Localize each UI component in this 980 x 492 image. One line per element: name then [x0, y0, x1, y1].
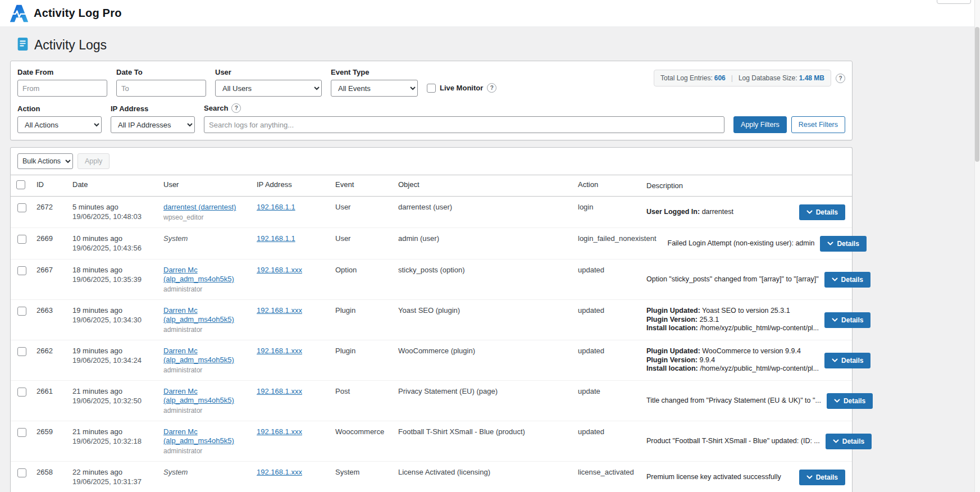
row-event: User	[330, 197, 393, 227]
apply-filters-button[interactable]: Apply Filters	[733, 116, 787, 133]
row-user: darrentest (darrentest) wpseo_editor	[158, 197, 251, 227]
row-action: login	[572, 197, 641, 227]
table-row: 2672 5 minutes ago 19/06/2025, 10:48:03 …	[11, 197, 852, 228]
row-ip-link[interactable]: 192.168.1.xxx	[257, 347, 302, 355]
row-description: Plugin Updated: Yoast SEO to version 25.…	[646, 307, 819, 333]
column-header-user: User	[158, 175, 251, 196]
row-user-link[interactable]: Darren Mc (alp_adm_ms4oh5k5)	[163, 427, 234, 445]
select-all-checkbox[interactable]	[16, 180, 25, 189]
details-button[interactable]: Details	[799, 470, 845, 485]
live-monitor: Live Monitor ?	[427, 83, 496, 93]
search-label: Search	[204, 104, 228, 112]
chevron-down-icon	[833, 439, 839, 443]
details-button[interactable]: Details	[799, 204, 845, 220]
row-checkbox[interactable]	[17, 347, 26, 356]
row-ip-link[interactable]: 192.168.1.xxx	[257, 468, 302, 476]
date-to-input[interactable]	[116, 80, 206, 97]
row-date-relative: 21 minutes ago	[72, 387, 152, 396]
row-user-role: administrator	[163, 326, 245, 334]
details-button[interactable]: Details	[827, 393, 873, 409]
row-ip-link[interactable]: 192.168.1.xxx	[257, 306, 302, 315]
row-date: 21 minutes ago 19/06/2025, 10:32:50	[67, 381, 158, 421]
row-action: updated	[572, 259, 641, 299]
row-event: Plugin	[330, 340, 393, 380]
row-date: 18 minutes ago 19/06/2025, 10:35:39	[67, 259, 158, 299]
details-button[interactable]: Details	[820, 236, 866, 252]
row-date: 19 minutes ago 19/06/2025, 10:34:30	[67, 300, 158, 340]
total-entries-stat: Total Log Entries:606	[660, 74, 726, 82]
search-help-icon[interactable]: ?	[231, 103, 241, 113]
live-monitor-checkbox[interactable]	[427, 84, 436, 93]
row-id: 2663	[31, 300, 67, 340]
row-checkbox[interactable]	[17, 307, 26, 316]
date-from-input[interactable]	[17, 80, 107, 97]
action-select[interactable]: All Actions	[17, 116, 102, 133]
stats-separator: |	[731, 74, 733, 82]
user-select[interactable]: All Users	[215, 80, 322, 97]
row-date-relative: 19 minutes ago	[72, 306, 152, 315]
page-heading: Activity Logs	[0, 27, 980, 61]
row-date: 19 minutes ago 19/06/2025, 10:34:24	[67, 340, 158, 380]
stats-help-icon[interactable]: ?	[836, 74, 845, 83]
row-date-absolute: 19/06/2025, 10:43:56	[72, 244, 152, 253]
document-icon	[17, 37, 29, 53]
activity-log-pro-logo-icon	[9, 3, 29, 24]
row-user-link[interactable]: darrentest (darrentest)	[163, 203, 236, 211]
app-title: Activity Log Pro	[34, 7, 122, 20]
row-date-absolute: 19/06/2025, 10:32:50	[72, 397, 152, 406]
row-date-absolute: 19/06/2025, 10:32:18	[72, 437, 152, 446]
event-type-select[interactable]: All Events	[331, 80, 418, 97]
row-date-relative: 22 minutes ago	[72, 468, 152, 477]
help-button[interactable]: Help	[937, 0, 971, 4]
row-user-link[interactable]: Darren Mc (alp_adm_ms4oh5k5)	[163, 387, 234, 404]
reset-filters-button[interactable]: Reset Filters	[791, 116, 845, 133]
table-header: ID Date User IP Address Event Object Act…	[11, 175, 852, 197]
filters-panel: Date From Date To User All Users Event T…	[10, 61, 853, 140]
column-header-event: Event	[330, 175, 393, 196]
row-user-link[interactable]: Darren Mc (alp_adm_ms4oh5k5)	[163, 306, 234, 324]
scrollbar-thumb[interactable]	[975, 27, 979, 162]
row-description: Product "Football T-Shirt XSmall - Blue"…	[646, 437, 820, 446]
row-description: Plugin Updated: WooCommerce to version 9…	[646, 347, 819, 373]
details-button[interactable]: Details	[824, 312, 870, 328]
details-button-label: Details	[841, 276, 863, 284]
row-ip-link[interactable]: 192.168.1.xxx	[257, 387, 302, 395]
row-object: WooCommerce (plugin)	[393, 340, 572, 380]
row-user: System	[158, 462, 251, 492]
row-ip-link[interactable]: 192.168.1.1	[257, 234, 295, 243]
row-id: 2672	[31, 197, 67, 227]
bulk-actions-select[interactable]: Bulk Actions	[17, 153, 73, 169]
filter-date-to: Date To	[116, 68, 206, 97]
log-stats-box: Total Log Entries:606 | Log Database Siz…	[654, 70, 831, 86]
row-ip-link[interactable]: 192.168.1.1	[257, 203, 295, 211]
details-button[interactable]: Details	[824, 353, 870, 368]
row-object: darrentest (user)	[393, 197, 572, 227]
ip-address-select[interactable]: All IP Addresses	[111, 116, 195, 133]
table-body: 2672 5 minutes ago 19/06/2025, 10:48:03 …	[11, 197, 852, 492]
row-ip-link[interactable]: 192.168.1.xxx	[257, 427, 302, 436]
chevron-down-icon	[832, 277, 838, 281]
row-checkbox[interactable]	[17, 235, 26, 244]
details-button[interactable]: Details	[826, 434, 872, 449]
row-object: Privacy Statement (EU) (page)	[393, 381, 572, 421]
live-monitor-help-icon[interactable]: ?	[487, 83, 496, 93]
row-date: 21 minutes ago 19/06/2025, 10:32:18	[67, 421, 158, 461]
chevron-down-icon	[806, 210, 813, 214]
row-checkbox[interactable]	[17, 203, 26, 212]
column-header-ip-address: IP Address	[251, 175, 330, 196]
row-checkbox[interactable]	[17, 388, 26, 397]
row-checkbox[interactable]	[17, 468, 26, 477]
row-checkbox[interactable]	[17, 428, 26, 437]
row-user-link[interactable]: Darren Mc (alp_adm_ms4oh5k5)	[163, 347, 234, 364]
details-button[interactable]: Details	[824, 272, 870, 288]
table-row: 2669 10 minutes ago 19/06/2025, 10:43:56…	[11, 228, 852, 259]
table-row: 2658 22 minutes ago 19/06/2025, 10:31:37…	[11, 462, 852, 492]
row-checkbox[interactable]	[17, 266, 26, 275]
row-date: 5 minutes ago 19/06/2025, 10:48:03	[67, 197, 158, 227]
column-header-action: Action	[572, 175, 641, 196]
vertical-scrollbar[interactable]	[974, 0, 980, 492]
search-input[interactable]	[204, 116, 724, 133]
row-user-link[interactable]: Darren Mc (alp_adm_ms4oh5k5)	[163, 266, 234, 283]
bulk-apply-button[interactable]: Apply	[78, 153, 110, 169]
row-ip-link[interactable]: 192.168.1.xxx	[257, 266, 302, 274]
